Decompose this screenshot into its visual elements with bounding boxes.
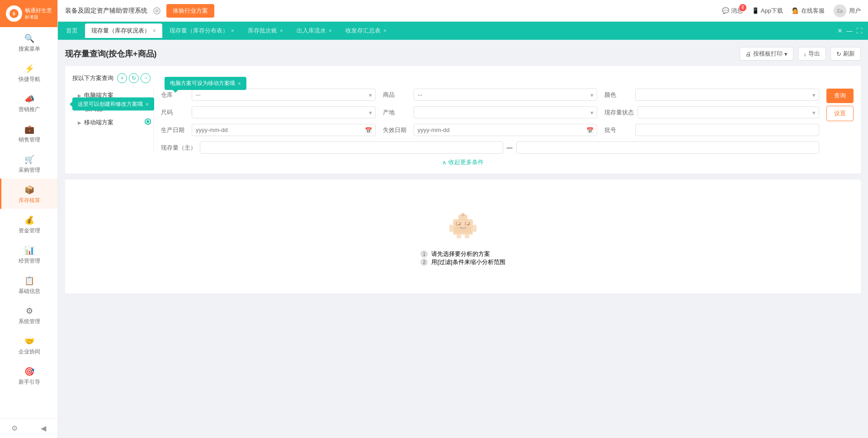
warehouse-select[interactable]: ··· [192, 89, 376, 101]
color-select-wrap: ▾ [635, 89, 819, 101]
collapse-more-button[interactable]: ∧ 收起更多条件 [72, 158, 854, 166]
notification-button[interactable]: 💬 消息 8 [722, 7, 743, 15]
origin-select[interactable] [414, 106, 598, 118]
filter-field-batch: 批号 [604, 124, 819, 136]
tab-close-inout[interactable]: × [329, 28, 332, 34]
tab-close-inv-dist[interactable]: × [231, 28, 234, 34]
tab-home[interactable]: 首页 [60, 24, 84, 38]
filter-actions: + ↻ ← [117, 73, 151, 83]
inv-qty-from-input[interactable] [200, 141, 503, 154]
tab-close-all-button[interactable]: ✕ [837, 27, 843, 34]
empty-tip-1: 1 请先选择要分析的方案 [420, 250, 505, 258]
sidebar-item-sales[interactable]: 💼 销售管理 [0, 118, 57, 148]
guide-icon: 🎯 [24, 367, 34, 377]
tab-batch[interactable]: 库存批次账 × [241, 24, 289, 38]
sidebar-item-system[interactable]: ⚙ 系统管理 [0, 300, 57, 330]
size-select-wrap: ▾ [192, 106, 376, 118]
topbar-left: 装备及固定资产辅助管理系统 体验行业方案 [65, 4, 214, 18]
collapse-label: 收起更多条件 [448, 158, 484, 166]
range-separator: — [507, 144, 513, 151]
collapse-button[interactable]: ◀ [41, 424, 46, 433]
page-title: 现存量查询(按仓库+商品) [65, 48, 157, 59]
finance-icon: 💰 [24, 215, 34, 225]
filter-body: 这里可以创建和修改方案哦 × ▶ 电脑端方案 按商品 [72, 89, 854, 154]
expire-date-wrap: 📅 [414, 124, 598, 136]
tip-num-1: 1 [420, 250, 428, 258]
svg-rect-14 [457, 235, 461, 238]
tooltip-text-1: 电脑方案可设为移动方案哦 [170, 80, 235, 87]
system-icon: ⚙ [26, 306, 33, 316]
avatar: Ea [834, 5, 846, 17]
sidebar-item-label: 系统管理 [19, 318, 40, 325]
tab-collect[interactable]: 收发存汇总表 × [339, 24, 393, 38]
settings-icon[interactable] [153, 7, 161, 15]
tab-close-batch[interactable]: × [280, 28, 283, 34]
search-icon: 🔍 [24, 33, 34, 43]
tab-minimize-button[interactable]: — [846, 27, 853, 34]
sidebar-item-purchase[interactable]: 🛒 采购管理 [0, 148, 57, 179]
tab-close-inv-status[interactable]: × [153, 28, 156, 34]
sidebar-item-basic[interactable]: 📋 基础信息 [0, 269, 57, 300]
inv-status-select[interactable] [637, 106, 819, 118]
svg-rect-12 [449, 225, 453, 232]
batch-input[interactable] [635, 124, 819, 136]
tab-maximize-button[interactable]: ⛶ [856, 27, 863, 34]
goods-select[interactable]: ··· [414, 89, 598, 101]
reset-button[interactable]: 设置 [826, 106, 854, 121]
add-scheme-button[interactable]: + [117, 73, 127, 83]
industry-solution-button[interactable]: 体验行业方案 [166, 4, 214, 18]
sidebar: 6 畅通好生意 标准版 🔍 搜索菜单 ⚡ 快捷导航 📣 营销推广 💼 销售管理 … [0, 0, 58, 438]
svg-point-3 [156, 9, 158, 12]
tabbar: 首页 现存量（库存状况表） × 现存量（库存分布表） × 库存批次账 × 出入库… [58, 22, 868, 40]
svg-point-2 [154, 8, 160, 14]
tooltip-2-close[interactable]: × [146, 101, 149, 107]
user-label: 用户 [849, 7, 861, 15]
tooltip-1-close[interactable]: × [238, 80, 241, 87]
sidebar-item-inventory[interactable]: 📦 库存核算 [0, 179, 57, 209]
empty-tips: 1 请先选择要分析的方案 2 用[过滤]条件来缩小分析范围 [420, 250, 505, 266]
tab-inout-label: 出入库流水 [297, 27, 326, 35]
query-button[interactable]: 查询 [826, 89, 854, 103]
online-service-button[interactable]: 💁 在线客服 [792, 7, 825, 15]
prod-date-input[interactable] [192, 124, 376, 136]
expire-date-input[interactable] [414, 124, 598, 136]
svg-point-19 [467, 224, 469, 225]
tree-item-mobile[interactable]: ▶ 移动端方案 [72, 116, 150, 129]
filter-field-prod-date: 生产日期 📅 [161, 124, 376, 136]
sidebar-item-label: 新手引导 [19, 378, 40, 386]
sidebar-item-label: 销售管理 [19, 136, 40, 144]
svg-text:6: 6 [13, 11, 15, 16]
export-button[interactable]: ↓ 导出 [798, 47, 826, 61]
logo-badge: 标准版 [25, 14, 52, 20]
sidebar-item-enterprise[interactable]: 🤝 企业协同 [0, 330, 57, 360]
settings-button[interactable]: ⚙ [11, 424, 18, 433]
export-icon: ↓ [804, 51, 807, 57]
sidebar-item-finance[interactable]: 💰 资金管理 [0, 209, 57, 239]
filter-panel: 按以下方案查询 + ↻ ← 电脑方案可设为移动方案哦 × 这 [65, 66, 861, 174]
sidebar-item-search[interactable]: 🔍 搜索菜单 [0, 27, 57, 57]
sidebar-item-operation[interactable]: 📊 经营管理 [0, 239, 57, 269]
sidebar-item-marketing[interactable]: 📣 营销推广 [0, 88, 57, 118]
tip-text-1: 请先选择要分析的方案 [431, 250, 490, 258]
back-scheme-button[interactable]: ← [141, 73, 151, 83]
tab-close-collect[interactable]: × [383, 28, 387, 34]
sidebar-item-guide[interactable]: 🎯 新手引导 [0, 360, 57, 391]
sidebar-item-quick[interactable]: ⚡ 快捷导航 [0, 57, 57, 88]
content-area: 现存量查询(按仓库+商品) 🖨 按模板打印 ▾ ↓ 导出 ↻ 刷新 [58, 40, 868, 438]
print-button[interactable]: 🖨 按模板打印 ▾ [740, 47, 793, 61]
filter-field-inv-status: 现存量状态 ▾ [604, 106, 819, 118]
color-select[interactable] [635, 89, 819, 101]
svg-point-18 [458, 224, 460, 225]
size-select[interactable] [192, 106, 376, 118]
tab-action-btns: ✕ — ⛶ [837, 27, 866, 34]
inv-qty-to-input[interactable] [516, 141, 820, 154]
user-area[interactable]: Ea 用户 [834, 5, 861, 17]
tab-inv-dist[interactable]: 现存量（库存分布表） × [163, 24, 241, 38]
enterprise-icon: 🤝 [24, 336, 34, 346]
app-download-button[interactable]: 📱 App下载 [752, 7, 783, 15]
tab-inv-status[interactable]: 现存量（库存状况表） × [85, 24, 162, 38]
system-title: 装备及固定资产辅助管理系统 [65, 7, 147, 15]
refresh-scheme-button[interactable]: ↻ [129, 73, 139, 83]
refresh-button[interactable]: ↻ 刷新 [830, 47, 861, 61]
tab-inout[interactable]: 出入库流水 × [290, 24, 338, 38]
